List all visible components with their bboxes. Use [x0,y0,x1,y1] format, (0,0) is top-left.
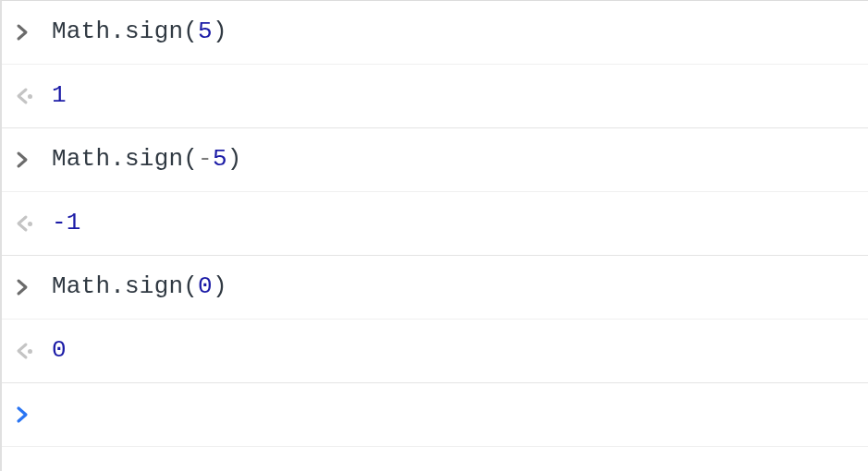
console-input-row: Math.sign(5) [2,1,868,65]
chevron-right-icon [15,151,52,169]
chevron-right-icon [15,23,52,42]
chevron-right-icon [15,405,52,424]
console-output-value: -1 [52,209,859,237]
chevron-right-icon [15,278,52,296]
console-output-value: 1 [52,81,859,110]
console-input-row: Math.sign(0) [2,256,868,320]
console-output-row: 1 [2,65,868,128]
console-input-code: Math.sign(-5) [52,145,859,174]
console-input-code: Math.sign(5) [52,18,859,46]
return-icon [15,87,52,105]
console-output-row: -1 [2,192,868,256]
console-panel: Math.sign(5) 1 Math.sign(-5) -1 [0,0,868,471]
return-icon [15,214,52,233]
console-output-row: 0 [2,320,868,383]
return-icon [15,342,52,360]
console-output-value: 0 [52,336,859,365]
console-input-code: Math.sign(0) [52,272,859,301]
console-prompt-row[interactable] [2,383,868,447]
console-input-row: Math.sign(-5) [2,128,868,192]
